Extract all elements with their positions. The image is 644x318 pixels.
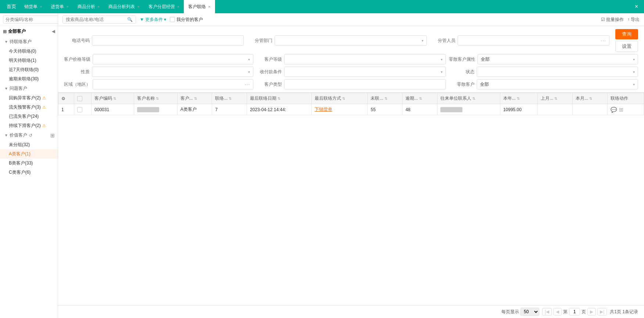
filter-select-2-2[interactable]: ▾ xyxy=(477,67,638,77)
col-header-7[interactable]: 最后联络方式⇅ xyxy=(311,93,368,104)
col-header-13[interactable]: 本月...⇅ xyxy=(572,93,607,104)
nav-tab-close-0[interactable]: × xyxy=(40,4,42,9)
sidebar-search-input[interactable] xyxy=(3,15,58,24)
col-header-9[interactable]: 逾期...⇅ xyxy=(402,93,437,104)
row-last-method-0[interactable]: 下销货单 xyxy=(315,107,332,112)
my-customers-checkbox-area[interactable]: 我分管的客户 xyxy=(170,17,203,23)
filter-dots-3-0[interactable]: ··· xyxy=(93,79,253,89)
filter-select-0-1[interactable]: ▾ xyxy=(275,35,426,46)
row-overdue-0: 48 xyxy=(405,107,410,112)
col-header-0: ⚙ xyxy=(58,93,74,104)
col-header-8[interactable]: 未联...⇅ xyxy=(368,93,402,104)
main-search-box[interactable]: 🔍 xyxy=(62,15,136,24)
nav-tab-close-5[interactable]: × xyxy=(208,4,210,9)
sidebar-item-label-1-0: 回购异常客户(2) xyxy=(9,95,41,101)
sidebar-group-2[interactable]: ▼ 价值客户↺ ⊞ xyxy=(0,130,58,140)
chat-icon-0[interactable]: 💬 xyxy=(611,107,617,113)
sidebar-item-0-1[interactable]: 明天待联络(1) xyxy=(0,56,58,65)
nav-home[interactable]: 首页 xyxy=(3,3,20,10)
prev-page-btn[interactable]: ◀ xyxy=(553,308,562,315)
nav-tab-close-1[interactable]: × xyxy=(66,4,68,9)
nav-tab-2[interactable]: 商品分析× xyxy=(73,0,104,13)
nav-tab-5[interactable]: 客户联络× xyxy=(184,0,215,13)
add-icon-2[interactable]: ⊞ xyxy=(50,132,55,138)
export-icon: ↑ xyxy=(627,17,630,22)
col-header-3[interactable]: 客户名称⇅ xyxy=(134,93,178,104)
next-page-btn[interactable]: ▶ xyxy=(587,308,596,315)
filter-select-1-1[interactable]: ▾ xyxy=(284,54,446,64)
filter-field-0-2: 分管人员··· xyxy=(430,35,609,46)
sidebar-item-0-2[interactable]: 近7天待联络(0) xyxy=(0,65,58,74)
filter-select-3-2[interactable]: 全部▾ xyxy=(477,79,638,89)
sidebar-item-0-0[interactable]: 今天待联络(0) xyxy=(0,47,58,56)
nav-tab-1[interactable]: 进货单× xyxy=(46,0,73,13)
top-close-icon[interactable]: × xyxy=(632,3,641,10)
sidebar-item-label-1-3: 持续下滑客户(2) xyxy=(9,123,41,129)
batch-op-btn[interactable]: ☑ 批量操作 xyxy=(601,17,624,23)
refresh-icon-2[interactable]: ↺ xyxy=(29,133,32,138)
my-customers-checkbox[interactable] xyxy=(170,17,175,22)
query-btn[interactable]: 查询 xyxy=(615,29,638,39)
col-label-9: 逾期... xyxy=(405,95,418,102)
nav-tab-close-4[interactable]: × xyxy=(177,4,179,9)
sidebar-item-2-2[interactable]: B类客户(33) xyxy=(0,159,58,168)
sidebar-item-1-3[interactable]: 持续下滑客户(2)⚠ xyxy=(0,121,58,130)
sidebar-group-1[interactable]: ▼ 问题客户 xyxy=(0,84,58,93)
sidebar-item-1-1[interactable]: 流失预警客户(3)⚠ xyxy=(0,103,58,112)
col-header-2[interactable]: 客户编码⇅ xyxy=(92,93,134,104)
cell-0-8: 55 xyxy=(368,104,402,115)
row-checkbox-0[interactable] xyxy=(77,107,82,112)
sidebar-item-label-0-1: 明天待联络(1) xyxy=(9,57,36,64)
sidebar-group-0[interactable]: ▼ 待联络客户 xyxy=(0,37,58,47)
batch-op-icon: ☑ xyxy=(601,17,605,22)
sidebar-item-1-2[interactable]: 已流失客户(24) xyxy=(0,112,58,121)
first-page-btn[interactable]: |◀ xyxy=(542,308,552,315)
filter-select-1-2[interactable]: 全部▾ xyxy=(477,54,638,64)
main-search-input[interactable] xyxy=(66,17,127,22)
header-checkbox[interactable] xyxy=(77,96,82,101)
sidebar-item-2-0[interactable]: 未分组(32) xyxy=(0,140,58,149)
last-page-btn[interactable]: ▶| xyxy=(597,308,607,315)
page-input[interactable] xyxy=(569,308,580,315)
col-label-14: 联络动作 xyxy=(611,95,628,102)
col-header-11[interactable]: 本年...⇅ xyxy=(500,93,537,104)
sidebar-item-label-0-2: 近7天待联络(0) xyxy=(9,67,39,73)
col-header-4[interactable]: 客户...⇅ xyxy=(177,93,212,104)
filter-dots-0-2[interactable]: ··· xyxy=(458,35,609,46)
per-page-select[interactable]: 50 100 200 xyxy=(520,308,539,316)
filter-label-2-2: 状态 xyxy=(449,69,475,75)
sidebar-item-2-3[interactable]: C类客户(6) xyxy=(0,168,58,177)
more-action-icon-0[interactable]: ⊞ xyxy=(619,107,623,113)
nav-tab-4[interactable]: 客户分层经营× xyxy=(144,0,184,13)
filter-select-2-0[interactable]: ▾ xyxy=(92,67,253,77)
sidebar-item-2-1[interactable]: A类客户(1) xyxy=(0,149,58,159)
col-header-5[interactable]: 联络...⇅ xyxy=(212,93,247,104)
nav-tab-close-3[interactable]: × xyxy=(137,4,139,9)
sidebar-item-0-3[interactable]: 逾期未联络(30) xyxy=(0,74,58,84)
nav-tab-3[interactable]: 商品分析列表× xyxy=(104,0,144,13)
col-header-12[interactable]: 上月...⇅ xyxy=(538,93,573,104)
more-filters-btn[interactable]: ▼ 更多条件 ▾ xyxy=(140,17,166,23)
group-label-1: 问题客户 xyxy=(10,85,27,92)
col-header-10[interactable]: 往来单位联系人⇅ xyxy=(437,93,500,104)
gear-icon[interactable]: ⚙ xyxy=(61,96,65,101)
total-info: 共1页 1条记录 xyxy=(610,309,638,315)
all-customers-header[interactable]: ⊞ 全部客户 ◀ xyxy=(0,26,58,37)
filter-input-0-0[interactable] xyxy=(92,35,244,46)
nav-tab-0[interactable]: 销货单× xyxy=(20,0,46,13)
main-search-icon[interactable]: 🔍 xyxy=(127,17,133,22)
nav-tab-label-3: 商品分析列表 xyxy=(108,4,135,10)
col-header-6[interactable]: 最后联络日期⇅ xyxy=(247,93,312,104)
setting-btn[interactable]: 设置 xyxy=(615,41,638,52)
nav-tab-close-2[interactable]: × xyxy=(97,4,100,9)
sidebar-item-label-1-2: 已流失客户(24) xyxy=(9,113,39,120)
filter-select-2-1[interactable]: ▾ xyxy=(284,67,446,77)
sort-icon-7: ⇅ xyxy=(342,96,345,100)
filter-select-1-0[interactable]: ▾ xyxy=(93,54,253,64)
sort-icon-5: ⇅ xyxy=(229,96,232,100)
group-label-0: 待联络客户 xyxy=(10,39,32,45)
sidebar-item-1-0[interactable]: 回购异常客户(2)⚠ xyxy=(0,93,58,103)
filter-input-3-1[interactable] xyxy=(284,79,446,89)
nav-tab-label-1: 进货单 xyxy=(51,4,64,10)
export-btn[interactable]: ↑ 导出 xyxy=(627,17,640,23)
